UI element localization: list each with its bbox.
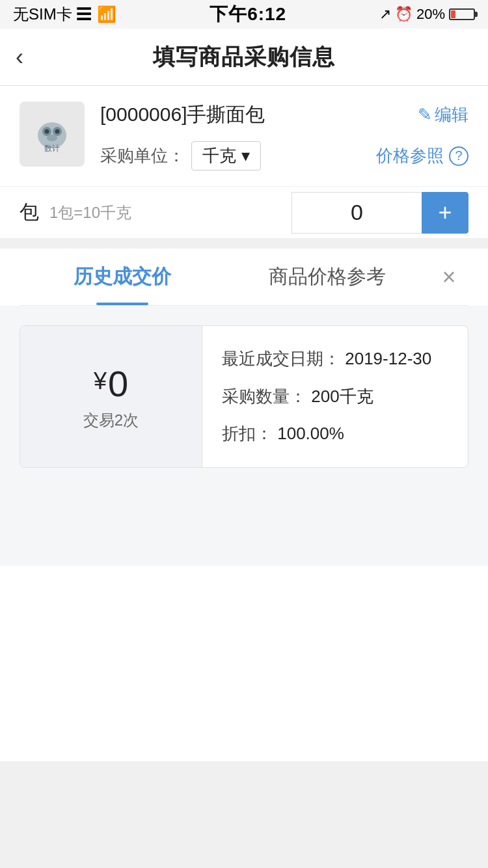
quantity-section: 包 1包=10千克 0 +	[0, 186, 488, 238]
svg-text:数计: 数计	[44, 144, 60, 153]
purchase-qty-value: 200千克	[311, 387, 373, 406]
conversion-text: 1包=10千克	[49, 202, 131, 223]
unit-label: 采购单位： 千克 ▾	[100, 141, 261, 170]
page-title: 填写商品采购信息	[153, 42, 335, 72]
discount-value: 100.00%	[277, 424, 344, 443]
dropdown-arrow-icon: ▾	[241, 146, 250, 166]
section-divider	[0, 238, 488, 249]
location-icon: ↗	[379, 6, 391, 23]
tab-section: 历史成交价 商品价格参考 ×	[0, 249, 488, 306]
transaction-price: ¥ 0	[94, 362, 128, 405]
tab-active-indicator	[96, 303, 148, 305]
recent-date-label: 最近成交日期：	[222, 349, 340, 368]
battery-percentage: 20%	[416, 6, 445, 23]
recent-date-value: 2019-12-30	[345, 349, 431, 368]
svg-point-4	[55, 129, 60, 134]
transaction-right: 最近成交日期： 2019-12-30 采购数量： 200千克 折扣： 100.0…	[202, 326, 468, 467]
product-row: 数计 [0000006]手撕面包 ✎ 编辑 采购单位： 千克 ▾	[20, 102, 468, 170]
question-mark-icon: ?	[449, 146, 468, 166]
quantity-plus-button[interactable]: +	[422, 192, 468, 234]
unit-text: 采购单位：	[100, 144, 185, 167]
nav-bar: ‹ 填写商品采购信息	[0, 29, 488, 86]
tab-product-label: 商品价格参考	[269, 264, 386, 290]
back-button[interactable]: ‹	[16, 44, 23, 71]
status-left: 无SIM卡 ☰ 📶	[13, 4, 116, 25]
transaction-card: ¥ 0 交易2次 最近成交日期： 2019-12-30 采购数量： 200千克 …	[20, 325, 468, 468]
transaction-count: 交易2次	[83, 410, 139, 431]
status-right: ↗ ⏰ 20%	[379, 6, 475, 23]
svg-point-3	[45, 129, 49, 134]
recent-date-row: 最近成交日期： 2019-12-30	[222, 346, 448, 373]
page-background	[0, 566, 488, 761]
tab-product-price[interactable]: 商品价格参考	[224, 249, 429, 305]
product-section: 数计 [0000006]手撕面包 ✎ 编辑 采购单位： 千克 ▾	[0, 86, 488, 186]
purchase-qty-row: 采购数量： 200千克	[222, 383, 448, 411]
svg-point-5	[47, 135, 57, 141]
purchase-qty-label: 采购数量：	[222, 387, 306, 406]
tab-row: 历史成交价 商品价格参考 ×	[20, 249, 468, 306]
edit-icon: ✎	[418, 105, 432, 125]
edit-label: 编辑	[435, 103, 468, 126]
product-thumbnail: 数计	[20, 102, 85, 167]
status-bar: 无SIM卡 ☰ 📶 下午6:12 ↗ ⏰ 20%	[0, 0, 488, 29]
time-display: 下午6:12	[210, 2, 286, 27]
transaction-left: ¥ 0 交易2次	[20, 326, 202, 467]
quantity-controls: 0 +	[291, 192, 468, 234]
price-reference-button[interactable]: 价格参照 ?	[376, 144, 468, 167]
discount-label: 折扣：	[222, 424, 273, 443]
price-value: 0	[108, 362, 128, 405]
edit-button[interactable]: ✎ 编辑	[418, 103, 468, 126]
package-label: 包	[20, 199, 39, 226]
wifi-icon: 📶	[97, 5, 116, 23]
alarm-icon: ⏰	[395, 6, 413, 23]
content-area: ¥ 0 交易2次 最近成交日期： 2019-12-30 采购数量： 200千克 …	[0, 306, 488, 566]
product-logo-icon: 数计	[33, 115, 72, 154]
product-info: [0000006]手撕面包 ✎ 编辑 采购单位： 千克 ▾ 价格参照 ?	[100, 102, 468, 170]
carrier-text: 无SIM卡 ☰	[13, 4, 92, 25]
price-ref-label: 价格参照	[376, 144, 444, 167]
unit-value: 千克	[202, 144, 236, 167]
price-symbol: ¥	[94, 368, 107, 395]
unit-row: 采购单位： 千克 ▾ 价格参照 ?	[100, 141, 468, 170]
quantity-label: 包 1包=10千克	[20, 199, 131, 226]
quantity-input[interactable]: 0	[291, 192, 422, 234]
product-name-row: [0000006]手撕面包 ✎ 编辑	[100, 102, 468, 128]
tab-history-price[interactable]: 历史成交价	[20, 249, 224, 305]
battery-icon	[449, 8, 475, 20]
unit-select-dropdown[interactable]: 千克 ▾	[191, 141, 261, 170]
discount-row: 折扣： 100.00%	[222, 420, 448, 448]
tab-close-button[interactable]: ×	[429, 258, 468, 297]
tab-history-label: 历史成交价	[74, 264, 171, 290]
product-name: [0000006]手撕面包	[100, 102, 265, 128]
